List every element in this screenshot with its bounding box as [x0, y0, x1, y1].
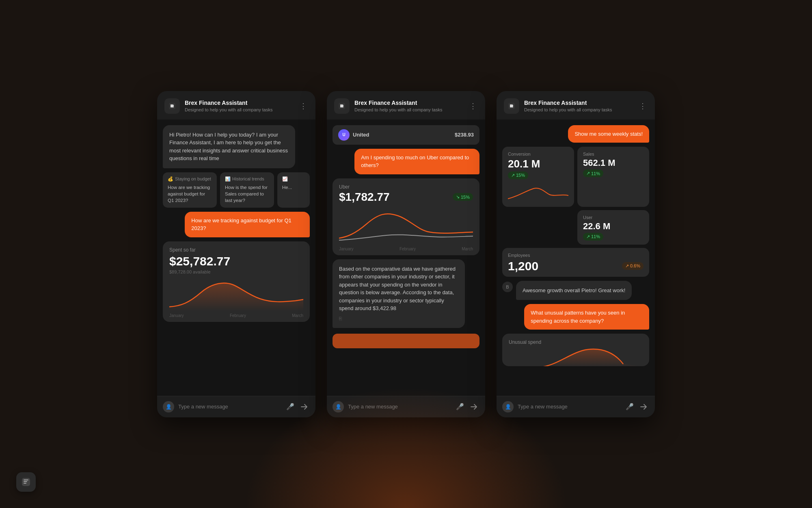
spend-card: Spent so far $25,782.77 $89,728.00 avail… — [163, 241, 310, 322]
send-button-1[interactable] — [298, 401, 310, 412]
conversion-badge: ↗ 15% — [508, 172, 528, 179]
panel-3-subtitle: Designed to help you with all company ta… — [524, 107, 633, 112]
user-stat-label: User — [583, 215, 644, 220]
greeting-message: Hi Pietro! How can I help you today? I a… — [163, 125, 295, 168]
panel-2-body: U United $238.93 Am I spending too much … — [327, 119, 485, 396]
suggestion-other[interactable]: 📈 He... — [277, 172, 310, 208]
label-march-2: March — [462, 247, 473, 251]
trends-icon: 📊 Historical trends — [225, 176, 269, 182]
bot-response-2: Based on the comparative data we have ga… — [333, 259, 465, 328]
user-message-3: Show me some weekly stats! — [568, 125, 649, 143]
panel-1-title: Brex Finance Assistant — [185, 100, 294, 106]
panel-2-subtitle: Designed to help you with all company ta… — [354, 107, 463, 112]
conversion-mini-chart — [508, 182, 568, 203]
unusual-chart — [509, 347, 643, 366]
user-message-3b: What unusual patterns have you seen in s… — [524, 304, 649, 330]
panel-2-title: Brex Finance Assistant — [354, 100, 463, 106]
bot-message-3: Awesome growth overall Pietro! Great wor… — [516, 281, 632, 300]
panel-3-header-text: Brex Finance Assistant Designed to help … — [524, 100, 633, 112]
message-input-3[interactable] — [518, 404, 622, 410]
user-avatar-1: 👤 — [163, 401, 174, 412]
unusual-spend-label: Unusual spend — [509, 339, 643, 345]
panel-2-input-bar: 👤 🎤 — [327, 396, 485, 417]
stat-sales: Sales 562.1 M ↗ 11% — [577, 147, 649, 207]
panel-1-header: Brex Finance Assistant Designed to help … — [157, 91, 315, 119]
floating-chat-button[interactable] — [16, 472, 36, 492]
uber-badge: ↘ 15% — [453, 193, 473, 201]
svg-rect-5 — [510, 106, 513, 108]
suggestion-budget-text: How are we tracking against budget for Q… — [168, 184, 212, 204]
suggestion-budget[interactable]: 💰 Staying on budget How are we tracking … — [163, 172, 217, 208]
panel-1: Brex Finance Assistant Designed to help … — [157, 91, 315, 417]
panel-3-header: Brex Finance Assistant Designed to help … — [497, 91, 655, 119]
budget-icon: 💰 Staying on budget — [168, 176, 212, 182]
panel-2-menu-button[interactable]: ⋮ — [468, 101, 478, 111]
stats-grid: Conversion 20.1 M ↗ 15% — [502, 147, 649, 277]
employees-label: Employees — [508, 253, 644, 258]
user-badge: ↗ 11% — [583, 233, 603, 241]
conversion-label: Conversion — [508, 152, 568, 156]
employees-row: 1,200 ↗ 0.6% — [508, 259, 644, 273]
uber-card: Uber $1,782.77 ↘ 15% — [333, 178, 479, 255]
panel-1-header-text: Brex Finance Assistant Designed to help … — [185, 100, 294, 112]
mic-icon-1[interactable]: 🎤 — [286, 403, 294, 410]
user-message-2: Am I spending too much on Uber compared … — [354, 149, 479, 174]
copy-icon[interactable]: ⎘ — [339, 315, 458, 322]
stat-user: User 22.6 M ↗ 11% — [577, 210, 649, 245]
vendor-amount: $238.93 — [455, 132, 474, 138]
svg-rect-1 — [171, 106, 174, 108]
send-button-3[interactable] — [638, 401, 649, 412]
sales-badge: ↗ 11% — [583, 169, 603, 177]
vendor-name: United — [353, 132, 369, 138]
brex-logo-icon-2 — [334, 98, 350, 114]
employees-badge: ↗ 0.6% — [622, 262, 644, 270]
suggestion-trends-text: How is the spend for Sales compared to l… — [225, 184, 269, 204]
panel-3-title: Brex Finance Assistant — [524, 100, 633, 106]
panel-2-header-text: Brex Finance Assistant Designed to help … — [354, 100, 463, 112]
stat-employees: Employees 1,200 ↗ 0.6% — [502, 248, 649, 277]
suggestion-trends[interactable]: 📊 Historical trends How is the spend for… — [220, 172, 274, 208]
suggestion-other-text: He... — [282, 184, 305, 191]
mic-icon-3[interactable]: 🎤 — [626, 403, 634, 410]
svg-rect-3 — [340, 106, 343, 108]
panel-1-subtitle: Designed to help you with all company ta… — [185, 107, 294, 112]
vendor-logo: U — [338, 129, 350, 141]
user-avatar-3: 👤 — [502, 401, 514, 412]
sales-badge-row: ↗ 11% — [583, 169, 644, 177]
panel-1-input-bar: 👤 🎤 — [157, 396, 315, 417]
panel-3-input-bar: 👤 🎤 — [497, 396, 655, 417]
panel-2: Brex Finance Assistant Designed to help … — [327, 91, 485, 417]
label-march-1: March — [292, 313, 303, 318]
unusual-spend-card: Unusual spend — [502, 334, 649, 366]
panel-1-body: Hi Pietro! How can I help you today? I a… — [157, 119, 315, 396]
brex-logo-icon — [164, 98, 180, 114]
message-input-2[interactable] — [348, 404, 452, 410]
spend-available: $89,728.00 available — [169, 269, 303, 274]
mic-icon-2[interactable]: 🎤 — [456, 403, 464, 410]
panel-3-body: Show me some weekly stats! Conversion 20… — [497, 119, 655, 396]
action-button-partial[interactable] — [333, 334, 479, 348]
sales-value: 562.1 M — [583, 158, 644, 168]
other-icon: 📈 — [282, 176, 305, 182]
panels-container: Brex Finance Assistant Designed to help … — [157, 75, 655, 434]
panel-3-menu-button[interactable]: ⋮ — [638, 101, 648, 111]
panel-1-menu-button[interactable]: ⋮ — [298, 101, 308, 111]
bot-msg-row: B Awesome growth overall Pietro! Great w… — [502, 281, 649, 300]
user-avatar-2: 👤 — [333, 401, 344, 412]
uber-label: Uber — [339, 184, 473, 190]
chart-labels-2: January February March — [339, 247, 473, 251]
uber-chart — [339, 208, 473, 244]
send-button-2[interactable] — [468, 401, 479, 412]
conversion-badge-row: ↗ 15% — [508, 172, 568, 179]
label-february-2: February — [400, 247, 416, 251]
conversion-value: 20.1 M — [508, 158, 568, 170]
brex-logo-icon-3 — [504, 98, 519, 114]
uber-amount-row: $1,782.77 ↘ 15% — [339, 191, 473, 204]
user-message-1: How are we tracking against budget for Q… — [185, 212, 310, 237]
user-badge-row: ↗ 11% — [583, 233, 644, 241]
user-stat-value: 22.6 M — [583, 221, 644, 231]
message-input-1[interactable] — [178, 404, 282, 410]
employees-value: 1,200 — [508, 259, 538, 273]
bot-avatar-3: B — [502, 282, 513, 292]
svg-rect-6 — [22, 478, 30, 486]
